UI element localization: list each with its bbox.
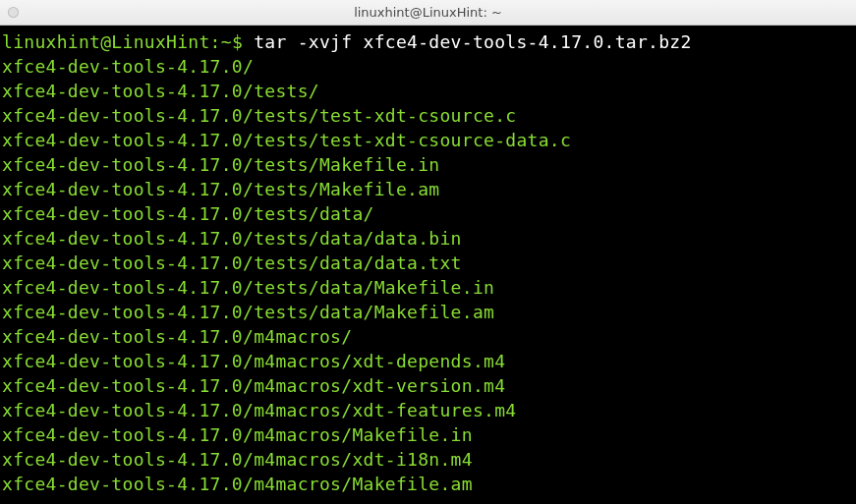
output-line: xfce4-dev-tools-4.17.0/tests/data/data.t… [2, 251, 854, 275]
output-line: xfce4-dev-tools-4.17.0/m4macros/ [2, 324, 854, 349]
terminal-area[interactable]: linuxhint@LinuxHint:~$ tar -xvjf xfce4-d… [0, 26, 856, 504]
window-controls [0, 7, 19, 18]
prompt-text: linuxhint@LinuxHint:~ [2, 31, 232, 52]
output-line: xfce4-dev-tools-4.17.0/tests/test-xdt-cs… [2, 128, 854, 152]
prompt-line: linuxhint@LinuxHint:~$ tar -xvjf xfce4-d… [2, 29, 854, 54]
command-text: tar -xvjf xfce4-dev-tools-4.17.0.tar.bz2 [254, 31, 691, 52]
prompt-dollar: $ [232, 31, 254, 52]
output-line: xfce4-dev-tools-4.17.0/tests/Makefile.in [2, 152, 854, 177]
output-line: xfce4-dev-tools-4.17.0/tests/data/Makefi… [2, 300, 854, 324]
close-button[interactable] [8, 7, 19, 18]
output-line: xfce4-dev-tools-4.17.0/m4macros/xdt-i18n… [2, 447, 854, 472]
output-line: xfce4-dev-tools-4.17.0/m4macros/xdt-feat… [2, 398, 854, 422]
window-title: linuxhint@LinuxHint: ~ [0, 5, 856, 20]
output-line: xfce4-dev-tools-4.17.0/m4macros/Makefile… [2, 472, 854, 496]
output-line: xfce4-dev-tools-4.17.0/tests/Makefile.am [2, 177, 854, 201]
output-line: xfce4-dev-tools-4.17.0/m4macros/xdt-depe… [2, 349, 854, 373]
terminal-output: xfce4-dev-tools-4.17.0/xfce4-dev-tools-4… [2, 54, 854, 496]
titlebar: linuxhint@LinuxHint: ~ [0, 0, 856, 26]
output-line: xfce4-dev-tools-4.17.0/tests/ [2, 79, 854, 103]
output-line: xfce4-dev-tools-4.17.0/tests/data/ [2, 201, 854, 226]
output-line: xfce4-dev-tools-4.17.0/tests/data/Makefi… [2, 275, 854, 300]
output-line: xfce4-dev-tools-4.17.0/ [2, 54, 854, 79]
output-line: xfce4-dev-tools-4.17.0/tests/data/data.b… [2, 226, 854, 251]
output-line: xfce4-dev-tools-4.17.0/m4macros/xdt-vers… [2, 373, 854, 398]
output-line: xfce4-dev-tools-4.17.0/m4macros/Makefile… [2, 422, 854, 447]
output-line: xfce4-dev-tools-4.17.0/tests/test-xdt-cs… [2, 103, 854, 128]
